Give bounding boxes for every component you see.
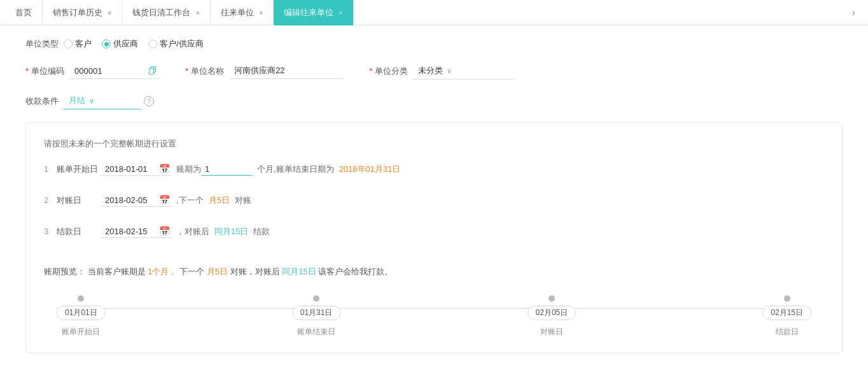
tab-partner-units-label: 往来单位 bbox=[221, 7, 254, 18]
radio-customer-label: 客户 bbox=[75, 38, 92, 50]
payment-terms-value: 月结 bbox=[69, 95, 85, 106]
tab-edit-partner-units[interactable]: 编辑往来单位 × bbox=[274, 0, 353, 25]
unit-type-row: 单位类型 客户 供应商 客户/供应商 bbox=[25, 38, 843, 50]
date-input-1[interactable] bbox=[105, 164, 159, 174]
unit-info-row: * 单位编码 🗍 * 单位名称 * 单位分类 未分类 ∨ bbox=[25, 62, 843, 80]
setting-num-2: 2 bbox=[44, 195, 57, 205]
timeline-tag-2: 01月31日 bbox=[292, 306, 341, 320]
payment-terms-label: 收款条件 bbox=[25, 95, 59, 107]
radio-supplier[interactable]: 供应商 bbox=[102, 38, 138, 50]
setting-desc-1-prefix: 账期为 bbox=[176, 164, 201, 175]
tab-expand-button[interactable]: › bbox=[844, 7, 863, 18]
timeline-sublabel-1: 账单开始日 bbox=[62, 327, 100, 337]
reconciliation-highlight: 月5日 bbox=[209, 195, 230, 206]
timeline-tag-1: 01月01日 bbox=[57, 306, 106, 320]
calendar-icon-1[interactable]: 📅 bbox=[159, 164, 170, 174]
radio-group-unit-type: 客户 供应商 客户/供应商 bbox=[64, 38, 204, 50]
setting-num-1: 1 bbox=[44, 164, 57, 174]
timeline-sublabel-2: 账单结束日 bbox=[297, 327, 335, 337]
date-input-3[interactable] bbox=[105, 227, 159, 236]
settings-title: 请按照未来的一个完整帐期进行设置 bbox=[44, 138, 824, 150]
preview-section: 账期预览： 当前客户账期是 1个月， 下一个 月5日 对账，对账后 同月15日 … bbox=[44, 256, 824, 337]
preview-text: 账期预览： 当前客户账期是 1个月， 下一个 月5日 对账，对账后 同月15日 … bbox=[44, 266, 824, 278]
timeline-node-2: 01月31日 账单结束日 bbox=[292, 295, 341, 337]
timeline-node-3: 02月05日 对账日 bbox=[528, 295, 577, 337]
tab-sales-order-history-label: 销售订单历史 bbox=[53, 7, 102, 18]
timeline-tag-4: 02月15日 bbox=[762, 306, 811, 320]
calendar-icon-3[interactable]: 📅 bbox=[159, 226, 170, 236]
setting-desc-3-after: 结款 bbox=[253, 226, 270, 237]
unit-category-item: * 单位分类 未分类 ∨ bbox=[369, 62, 515, 80]
unit-name-label: 单位名称 bbox=[191, 66, 224, 77]
unit-code-label: 单位编码 bbox=[31, 66, 64, 77]
tab-bar: 首页 销售订单历史 × 钱货日清工作台 × 往来单位 × 编辑往来单位 × › bbox=[0, 0, 868, 25]
payment-highlight: 同月15日 bbox=[214, 226, 248, 237]
tab-edit-partner-units-label: 编辑往来单位 bbox=[284, 7, 333, 18]
payment-terms-arrow-icon: ∨ bbox=[89, 97, 94, 105]
unit-code-item: * 单位编码 🗍 bbox=[25, 64, 160, 79]
setting-row-3: 3 结款日 📅 ，对账后 同月15日 结款 bbox=[44, 225, 824, 238]
timeline-tag-3: 02月05日 bbox=[528, 306, 577, 320]
preview-highlight1: 1个月， bbox=[148, 267, 177, 276]
main-content: 单位类型 客户 供应商 客户/供应商 * 单位编码 bbox=[0, 25, 868, 387]
tab-cash-reconciliation[interactable]: 钱货日清工作台 × bbox=[122, 0, 210, 25]
unit-code-copy-icon[interactable]: 🗍 bbox=[146, 66, 160, 76]
timeline-dot-1 bbox=[78, 295, 84, 302]
setting-label-3: 结款日 bbox=[57, 226, 101, 237]
unit-category-label: 单位分类 bbox=[375, 66, 408, 77]
radio-customer-supplier-label: 客户/供应商 bbox=[160, 38, 204, 50]
timeline-dot-2 bbox=[313, 295, 319, 302]
date-field-3: 📅 bbox=[101, 225, 171, 238]
unit-code-input[interactable] bbox=[69, 64, 146, 78]
tab-sales-order-history-close[interactable]: × bbox=[108, 9, 111, 17]
setting-desc-2-before: ,下一个 bbox=[176, 195, 204, 206]
payment-terms-help-icon[interactable]: ? bbox=[144, 96, 154, 106]
date-input-2[interactable] bbox=[105, 195, 159, 205]
radio-customer[interactable]: 客户 bbox=[64, 38, 92, 50]
setting-label-1: 账单开始日 bbox=[57, 164, 101, 175]
period-input[interactable] bbox=[201, 163, 252, 176]
timeline-nodes: 01月01日 账单开始日 01月31日 账单结束日 02月05日 对账日 bbox=[57, 295, 811, 337]
tab-cash-reconciliation-close[interactable]: × bbox=[195, 9, 199, 17]
radio-customer-circle bbox=[64, 39, 73, 48]
unit-type-label: 单位类型 bbox=[25, 38, 59, 50]
payment-terms-row: 收款条件 月结 ∨ ? bbox=[25, 92, 843, 109]
timeline-node-1: 01月01日 账单开始日 bbox=[57, 295, 106, 337]
tab-cash-reconciliation-label: 钱货日清工作台 bbox=[132, 7, 190, 18]
preview-text-mid1: 下一个 bbox=[179, 267, 204, 276]
radio-customer-supplier[interactable]: 客户/供应商 bbox=[148, 38, 204, 50]
timeline-sublabel-3: 对账日 bbox=[540, 327, 563, 337]
preview-text-mid2: 对账，对账后 bbox=[230, 267, 280, 276]
tab-partner-units[interactable]: 往来单位 × bbox=[211, 0, 274, 25]
radio-supplier-circle bbox=[102, 39, 111, 48]
tab-partner-units-close[interactable]: × bbox=[259, 9, 263, 17]
date-field-2: 📅 bbox=[101, 194, 171, 207]
timeline-dot-4 bbox=[784, 295, 790, 302]
setting-row-2: 2 对账日 📅 ,下一个 月5日 对账 bbox=[44, 194, 824, 207]
setting-desc-1-suffix: 个月,账单结束日期为 bbox=[257, 164, 334, 175]
unit-name-input[interactable] bbox=[229, 64, 344, 79]
setting-num-3: 3 bbox=[44, 227, 57, 236]
tab-sales-order-history[interactable]: 销售订单历史 × bbox=[43, 0, 122, 25]
preview-highlight2: 月5日 bbox=[207, 267, 228, 276]
unit-category-star: * bbox=[369, 66, 372, 76]
timeline-sublabel-4: 结款日 bbox=[776, 327, 799, 337]
calendar-icon-2[interactable]: 📅 bbox=[159, 195, 170, 205]
tab-edit-partner-units-close[interactable]: × bbox=[339, 9, 342, 17]
tab-home-label: 首页 bbox=[15, 7, 32, 18]
payment-terms-item: 收款条件 月结 ∨ ? bbox=[25, 92, 154, 109]
setting-desc-2-after: 对账 bbox=[235, 195, 251, 206]
preview-text-end: 该客户会给我打款。 bbox=[318, 267, 393, 276]
setting-desc-3-before: ，对账后 bbox=[176, 226, 209, 237]
payment-terms-select[interactable]: 月结 ∨ bbox=[64, 92, 140, 109]
unit-category-arrow-icon: ∨ bbox=[447, 67, 452, 75]
unit-code-input-wrapper: 🗍 bbox=[69, 64, 160, 79]
tab-home[interactable]: 首页 bbox=[5, 0, 43, 25]
unit-type-item: 单位类型 客户 供应商 客户/供应商 bbox=[25, 38, 204, 50]
timeline-dot-3 bbox=[549, 295, 555, 302]
unit-code-star: * bbox=[25, 66, 29, 76]
unit-category-value: 未分类 bbox=[418, 65, 443, 76]
setting-label-2: 对账日 bbox=[57, 195, 101, 206]
unit-name-item: * 单位名称 bbox=[185, 64, 344, 79]
unit-category-select[interactable]: 未分类 ∨ bbox=[413, 62, 515, 80]
